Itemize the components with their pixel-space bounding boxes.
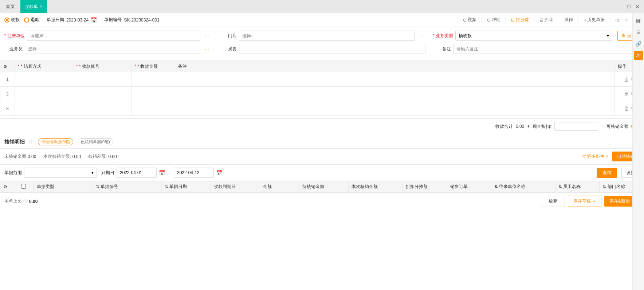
history-button[interactable]: ≡ 历史单据: [582, 16, 606, 24]
pending-badge[interactable]: 待核销单据(0笔): [38, 138, 73, 145]
sidebar-icon-3[interactable]: 🔗: [634, 39, 643, 48]
done-badge[interactable]: 已核销单据(0笔): [78, 138, 113, 145]
save-draft-button[interactable]: 保存草稿 ∧: [568, 196, 601, 207]
video-button[interactable]: ⊙ 视频: [462, 16, 478, 24]
settle-cell-3[interactable]: [15, 101, 73, 116]
query-button[interactable]: 查询: [597, 168, 617, 178]
help-icon: ⊙: [487, 17, 491, 23]
video-label: 视频: [468, 17, 476, 23]
shop-more-icon[interactable]: ···: [417, 33, 425, 39]
remark-input-1[interactable]: [175, 72, 614, 86]
account-cell-3[interactable]: [73, 101, 131, 116]
tab-active[interactable]: 收款单 ×: [20, 0, 47, 13]
settle-input-3[interactable]: [15, 101, 73, 115]
footer-info: 本单上欠 ⓘ 0.00: [4, 198, 38, 204]
shortcut-button[interactable]: ⊟ 快捷键: [510, 16, 530, 24]
partner-input[interactable]: [27, 31, 200, 41]
total-label: 收款合计: [495, 124, 513, 130]
biz-type-label: * 业务类型: [433, 33, 453, 39]
sidebar-icon-1[interactable]: ▦: [634, 16, 643, 25]
select-all-checkbox[interactable]: [21, 184, 26, 189]
settle-cell-1[interactable]: [15, 72, 73, 87]
tab-home[interactable]: 首页: [0, 0, 20, 13]
th-amount: * * 收款金额: [131, 61, 175, 72]
filter-range-select[interactable]: ▾: [24, 168, 97, 178]
sidebar-ai-icon[interactable]: Ai: [634, 51, 643, 60]
amount-cell-3[interactable]: [131, 101, 175, 116]
form-row-1: * 往来单位 ··· 门店 ··· * 业务类型 预收款 ▾ ⚙ 设置: [4, 31, 640, 41]
footer: 本单上欠 ⓘ 0.00 放弃 保存草稿 ∧ 保存&新增 ∧: [0, 192, 644, 210]
account-input-1[interactable]: [73, 72, 131, 86]
bth-checkbox[interactable]: [18, 181, 34, 192]
close-button[interactable]: ✕: [635, 4, 640, 9]
docno-field: 单据编号 SK-20230324-001: [104, 17, 159, 23]
account-cell-2[interactable]: [73, 87, 131, 101]
maximize-button[interactable]: □: [627, 4, 632, 9]
remark-input-3[interactable]: [175, 101, 614, 115]
biz-type-select[interactable]: 预收款 ▾: [455, 31, 612, 41]
writeoff-stats: 未核销金额 0.00 本次核销金额: 0.00 核销差额: 0.00 ▽ 更多条…: [0, 149, 644, 165]
summary-input[interactable]: [239, 44, 425, 54]
divider1: [482, 17, 482, 23]
settle-input-1[interactable]: [15, 72, 73, 86]
amount-cell-2[interactable]: [131, 87, 175, 101]
divider3: [534, 17, 534, 23]
print-button[interactable]: 🖨 打印: [538, 16, 555, 24]
more-conditions-button[interactable]: ▽ 更多条件 ∧: [582, 153, 609, 160]
radio-group: 收款 退款: [4, 17, 39, 23]
stat-current: 本次核销金额: 0.00: [43, 153, 81, 160]
tab-close-icon[interactable]: ×: [40, 0, 43, 13]
sidebar-icon-2[interactable]: ⊟: [634, 28, 643, 36]
layout-button2[interactable]: ≡: [624, 17, 629, 23]
delete-icon-3[interactable]: 🗑: [624, 106, 629, 111]
table-area: ⚙ * * 结算方式 * * 收款账号 * * 收款金额 备注 操作 1: [0, 61, 644, 119]
radio-refund[interactable]: 退款: [24, 17, 39, 23]
th-account: * * 收款账号: [73, 61, 131, 72]
layout-button1[interactable]: ◁: [614, 17, 620, 23]
radio-receive[interactable]: 收款: [4, 17, 20, 23]
operation-button[interactable]: 操作: [563, 16, 574, 24]
bth-current: 本次核销金额: [349, 181, 403, 192]
remark-cell-2[interactable]: [175, 87, 615, 101]
delete-icon-1[interactable]: 🗑: [624, 77, 629, 82]
settle-cell-2[interactable]: [15, 87, 73, 101]
amount-input-2[interactable]: [131, 87, 175, 101]
abandon-button[interactable]: 放弃: [541, 196, 565, 207]
history-label: 历史单据: [587, 17, 605, 23]
staff-input[interactable]: [25, 44, 200, 54]
writeoff-info-icon[interactable]: ⓘ: [29, 139, 34, 145]
amount-input-1[interactable]: [131, 72, 175, 86]
help-button[interactable]: ⊙ 帮助: [486, 16, 502, 24]
date-end-input[interactable]: [174, 168, 214, 178]
amount-input-3[interactable]: [131, 101, 175, 115]
th-gear[interactable]: ⚙: [0, 61, 15, 72]
cal-start-icon[interactable]: 📅: [159, 170, 165, 176]
date-field: 单据日期 2023-03-24 📅: [47, 17, 97, 23]
delete-icon-2[interactable]: 🗑: [624, 91, 629, 97]
remark-cell-1[interactable]: [175, 72, 615, 87]
minimize-button[interactable]: —: [619, 4, 624, 9]
account-input-2[interactable]: [73, 87, 131, 101]
account-input-3[interactable]: [73, 101, 131, 115]
shortcut-label: 快捷键: [516, 17, 529, 23]
remark-input[interactable]: [453, 44, 640, 54]
remark-label: 备注: [433, 46, 451, 52]
discount-input[interactable]: [554, 122, 598, 131]
settle-input-2[interactable]: [15, 87, 73, 101]
remark-input-2[interactable]: [175, 87, 614, 101]
form-row-2: 业务员 ··· 摘要 备注: [4, 44, 640, 54]
date-start-input[interactable]: [117, 168, 157, 178]
amount-cell-1[interactable]: [131, 72, 175, 87]
calendar-icon[interactable]: 📅: [91, 17, 97, 23]
bth-gear[interactable]: ⚙: [0, 181, 18, 192]
shop-input[interactable]: [239, 31, 415, 41]
order-info-icon[interactable]: ⓘ: [23, 198, 28, 204]
partner-more-icon[interactable]: ···: [203, 33, 211, 39]
shop-label: 门店: [219, 33, 237, 39]
bth-pending: 待核销金额: [299, 181, 349, 192]
cal-end-icon[interactable]: 📅: [216, 170, 222, 176]
staff-more-icon[interactable]: ···: [203, 46, 211, 52]
date-label: 单据日期: [47, 17, 64, 23]
account-cell-1[interactable]: [73, 72, 131, 87]
remark-cell-3[interactable]: [175, 101, 615, 116]
